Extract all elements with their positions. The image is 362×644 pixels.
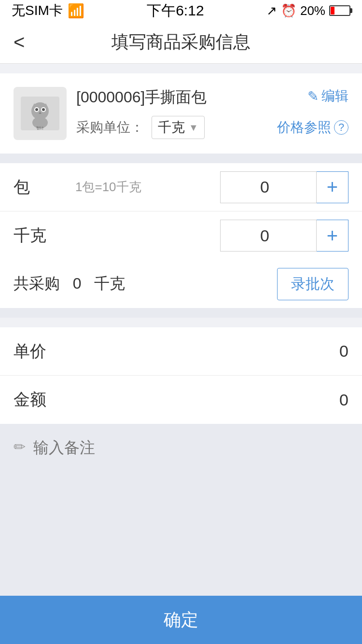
unit-price-label: 单价 bbox=[14, 340, 46, 363]
product-card: 智计 [0000006]手撕面包 采购单位： 千克 ▼ 价格参照 ? ✎ 编辑 bbox=[0, 73, 362, 154]
amount-label: 金额 bbox=[14, 389, 46, 411]
svg-point-5 bbox=[42, 108, 45, 111]
svg-text:智计: 智计 bbox=[36, 126, 44, 130]
total-row: 共采购 0 千克 录批次 bbox=[0, 260, 362, 308]
wifi-icon: 📶 bbox=[68, 3, 84, 19]
bag-sublabel: 1包=10千克 bbox=[75, 179, 141, 196]
product-thumbnail-icon: 智计 bbox=[21, 97, 59, 130]
amount-value: 0 bbox=[339, 391, 348, 409]
unit-value: 千克 bbox=[158, 118, 185, 137]
total-unit: 千克 bbox=[94, 275, 125, 292]
amount-row: 金额 0 bbox=[0, 376, 362, 424]
back-button[interactable]: < bbox=[14, 31, 25, 53]
product-image: 智计 bbox=[14, 87, 67, 140]
kg-plus-button[interactable]: + bbox=[317, 220, 348, 252]
kg-input-row: 千克 + bbox=[0, 211, 362, 260]
nav-bar: < 填写商品采购信息 bbox=[0, 21, 362, 64]
edit-button[interactable]: ✎ 编辑 bbox=[307, 87, 348, 105]
unit-label: 采购单位： bbox=[76, 118, 144, 137]
unit-price-value: 0 bbox=[339, 342, 348, 361]
bag-plus-button[interactable]: + bbox=[317, 171, 348, 203]
record-batch-button[interactable]: 录批次 bbox=[277, 268, 348, 300]
product-unit-row: 采购单位： 千克 ▼ 价格参照 ? bbox=[76, 116, 348, 139]
total-label: 共采购 bbox=[14, 275, 60, 292]
location-icon: ↗ bbox=[266, 3, 277, 18]
kg-label: 千克 bbox=[14, 224, 71, 247]
kg-qty-input[interactable] bbox=[220, 220, 317, 252]
unit-select[interactable]: 千克 ▼ bbox=[152, 116, 205, 139]
carrier-text: 无SIM卡 bbox=[12, 1, 63, 20]
kg-qty-wrap: + bbox=[220, 220, 348, 252]
confirm-button[interactable]: 确定 bbox=[0, 596, 362, 644]
status-right: ↗ ⏰ 20% bbox=[266, 3, 350, 18]
svg-point-4 bbox=[35, 108, 38, 111]
price-reference-button[interactable]: 价格参照 ? bbox=[277, 118, 348, 137]
bag-label: 包 bbox=[14, 176, 71, 198]
section-divider-1 bbox=[0, 154, 362, 163]
status-time: 下午6:12 bbox=[147, 1, 204, 21]
notes-section: ✏ bbox=[0, 424, 362, 487]
total-value: 0 bbox=[73, 275, 82, 292]
bag-qty-input[interactable] bbox=[220, 171, 317, 203]
price-ref-label: 价格参照 bbox=[277, 118, 331, 137]
section-divider-2 bbox=[0, 308, 362, 318]
battery-icon bbox=[329, 5, 350, 16]
bag-qty-wrap: + bbox=[220, 171, 348, 203]
edit-label: 编辑 bbox=[321, 87, 348, 105]
battery-text: 20% bbox=[300, 3, 325, 18]
status-bar: 无SIM卡 📶 下午6:12 ↗ ⏰ 20% bbox=[0, 0, 362, 21]
price-section: 单价 0 金额 0 bbox=[0, 327, 362, 424]
chevron-down-icon: ▼ bbox=[189, 122, 198, 133]
input-section: 包 1包=10千克 + 千克 + bbox=[0, 163, 362, 260]
unit-price-row: 单价 0 bbox=[0, 327, 362, 376]
total-text: 共采购 0 千克 bbox=[14, 273, 125, 294]
bag-input-row: 包 1包=10千克 + bbox=[0, 163, 362, 211]
notes-input[interactable] bbox=[33, 437, 348, 473]
pencil-icon: ✏ bbox=[14, 438, 26, 455]
edit-icon: ✎ bbox=[307, 88, 319, 104]
alarm-icon: ⏰ bbox=[281, 3, 296, 18]
page-title: 填写商品采购信息 bbox=[111, 30, 251, 54]
help-icon: ? bbox=[334, 120, 348, 135]
status-left: 无SIM卡 📶 bbox=[12, 1, 84, 20]
